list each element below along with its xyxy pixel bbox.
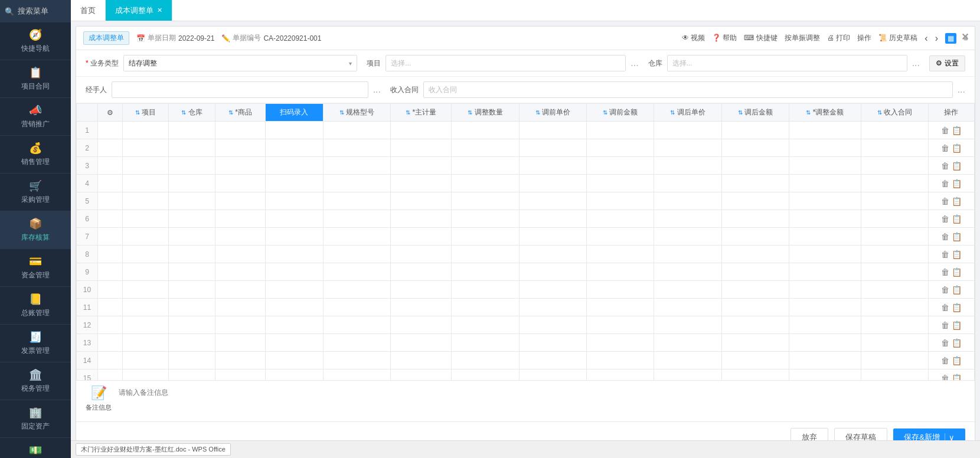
cell-after-price[interactable] <box>654 122 721 139</box>
col-project[interactable]: ⇅ 项目 <box>122 104 168 122</box>
cell-after-price[interactable] <box>654 299 721 316</box>
cell-income-contract[interactable] <box>861 192 928 210</box>
col-income-contract[interactable]: ⇅ 收入合同 <box>861 104 928 122</box>
cell-before-price[interactable] <box>519 192 586 210</box>
delete-icon[interactable]: 🗑 <box>941 143 949 153</box>
copy-icon[interactable]: 📋 <box>952 320 962 330</box>
copy-icon[interactable]: 📋 <box>952 285 962 295</box>
cell-before-amount[interactable] <box>587 192 654 210</box>
cell-before-amount[interactable] <box>587 369 654 381</box>
cell-scan[interactable] <box>266 369 323 381</box>
cell-scan[interactable] <box>266 192 323 210</box>
keyboard-action[interactable]: ⌨ 快捷键 <box>744 33 777 43</box>
notes-input[interactable] <box>119 385 965 413</box>
cell-income-contract[interactable] <box>861 246 928 263</box>
cell-scan[interactable] <box>266 157 323 175</box>
cell-warehouse[interactable] <box>169 316 215 334</box>
sidebar-item-purchase-management[interactable]: 🛒 采购管理 <box>0 174 71 211</box>
cell-adjust-qty[interactable] <box>452 299 519 316</box>
cell-income-contract[interactable] <box>861 316 928 334</box>
cell-project[interactable] <box>122 192 168 210</box>
cell-before-price[interactable] <box>519 210 586 228</box>
panel-close-button[interactable]: ✕ <box>961 31 969 42</box>
cell-warehouse[interactable] <box>169 139 215 157</box>
view-action[interactable]: 👁 视频 <box>682 33 705 43</box>
cell-unit[interactable] <box>390 281 451 299</box>
nav-next-icon[interactable]: › <box>935 33 938 44</box>
cell-before-amount[interactable] <box>587 316 654 334</box>
cell-project[interactable] <box>122 316 168 334</box>
cell-warehouse[interactable] <box>169 369 215 381</box>
cell-product[interactable] <box>215 316 265 334</box>
delete-icon[interactable]: 🗑 <box>941 285 949 295</box>
cell-before-amount[interactable] <box>587 122 654 139</box>
cell-after-price[interactable] <box>654 228 721 246</box>
copy-icon[interactable]: 📋 <box>952 250 962 259</box>
delete-icon[interactable]: 🗑 <box>941 320 949 330</box>
cell-income-contract[interactable] <box>861 369 928 381</box>
delete-icon[interactable]: 🗑 <box>941 161 949 171</box>
col-adjust-qty[interactable]: ⇅ 调整数量 <box>452 104 519 122</box>
copy-icon[interactable]: 📋 <box>952 179 962 188</box>
cell-after-amount[interactable] <box>721 192 789 210</box>
sidebar-item-project-contract[interactable]: 📋 项目合同 <box>0 60 71 98</box>
cell-project[interactable] <box>122 369 168 381</box>
col-warehouse[interactable]: ⇅ 仓库 <box>169 104 215 122</box>
cell-adjust-amount[interactable] <box>789 192 861 210</box>
cell-after-price[interactable] <box>654 263 721 281</box>
cell-after-price[interactable] <box>654 210 721 228</box>
cell-after-amount[interactable] <box>721 139 789 157</box>
cell-after-amount[interactable] <box>721 157 789 175</box>
cell-project[interactable] <box>122 122 168 139</box>
cell-before-amount[interactable] <box>587 228 654 246</box>
cell-before-price[interactable] <box>519 281 586 299</box>
cell-product[interactable] <box>215 122 265 139</box>
col-scan[interactable]: 扫码录入 <box>266 104 323 122</box>
cell-before-price[interactable] <box>519 299 586 316</box>
cell-spec[interactable] <box>323 228 390 246</box>
cell-adjust-amount[interactable] <box>789 352 861 369</box>
cell-product[interactable] <box>215 263 265 281</box>
cell-scan[interactable] <box>266 139 323 157</box>
cell-spec[interactable] <box>323 122 390 139</box>
cell-spec[interactable] <box>323 316 390 334</box>
tab-close-icon[interactable]: ✕ <box>157 6 162 14</box>
delete-icon[interactable]: 🗑 <box>941 338 949 348</box>
cell-after-amount[interactable] <box>721 316 789 334</box>
cell-adjust-qty[interactable] <box>452 263 519 281</box>
delete-icon[interactable]: 🗑 <box>941 232 949 241</box>
cell-before-price[interactable] <box>519 334 586 352</box>
cell-after-price[interactable] <box>654 175 721 192</box>
cell-project[interactable] <box>122 263 168 281</box>
cell-unit[interactable] <box>390 210 451 228</box>
operation-action[interactable]: 操作 <box>857 33 871 43</box>
cell-after-amount[interactable] <box>721 299 789 316</box>
copy-icon[interactable]: 📋 <box>952 303 962 312</box>
cell-adjust-amount[interactable] <box>789 228 861 246</box>
cell-adjust-qty[interactable] <box>452 192 519 210</box>
cell-income-contract[interactable] <box>861 228 928 246</box>
cell-warehouse[interactable] <box>169 334 215 352</box>
sidebar-item-salary[interactable]: 💵 工资 <box>0 438 71 458</box>
cell-product[interactable] <box>215 281 265 299</box>
cell-after-amount[interactable] <box>721 369 789 381</box>
cell-adjust-amount[interactable] <box>789 157 861 175</box>
cell-adjust-qty[interactable] <box>452 352 519 369</box>
print-action[interactable]: 🖨 打印 <box>827 33 850 43</box>
cell-before-price[interactable] <box>519 139 586 157</box>
adjust-action[interactable]: 按单振调整 <box>785 33 820 43</box>
cell-scan[interactable] <box>266 316 323 334</box>
cell-warehouse[interactable] <box>169 281 215 299</box>
cell-spec[interactable] <box>323 192 390 210</box>
cell-after-price[interactable] <box>654 369 721 381</box>
cell-after-price[interactable] <box>654 139 721 157</box>
cell-before-price[interactable] <box>519 263 586 281</box>
cell-unit[interactable] <box>390 352 451 369</box>
sidebar-item-inventory[interactable]: 📦 库存核算 <box>0 211 71 249</box>
copy-icon[interactable]: 📋 <box>952 143 962 153</box>
cell-income-contract[interactable] <box>861 122 928 139</box>
delete-icon[interactable]: 🗑 <box>941 126 949 135</box>
cell-product[interactable] <box>215 299 265 316</box>
cell-spec[interactable] <box>323 281 390 299</box>
cell-scan[interactable] <box>266 175 323 192</box>
